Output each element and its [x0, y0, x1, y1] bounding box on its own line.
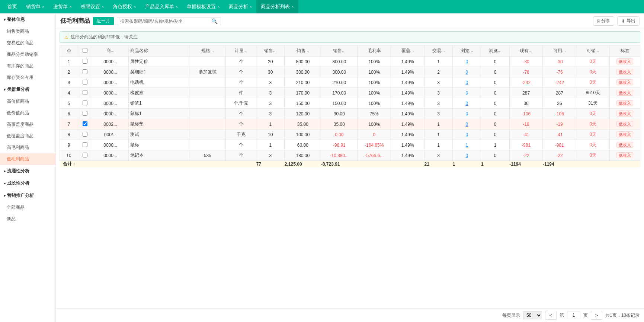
row-number: 7	[60, 119, 78, 130]
search-input[interactable]	[120, 19, 211, 24]
row-checkbox-cell[interactable]	[78, 98, 92, 109]
row-product-code: 0000...	[92, 109, 129, 119]
row-checkbox-cell[interactable]	[78, 130, 92, 140]
row-checkbox[interactable]	[83, 101, 87, 105]
nav-home[interactable]: 首页	[3, 0, 22, 13]
col-tag[interactable]: 标签	[610, 45, 640, 57]
col-saleable-days[interactable]: 可销...	[576, 45, 610, 57]
row-view1[interactable]: 0	[453, 77, 481, 88]
sidebar-item-high-coverage[interactable]: 高覆盖度商品	[0, 119, 55, 130]
row-checkbox-cell[interactable]	[78, 77, 92, 88]
row-checkbox[interactable]	[83, 111, 87, 116]
col-gross-rate[interactable]: 毛利率	[358, 45, 391, 57]
row-view2: 0	[481, 119, 509, 130]
col-current-stock[interactable]: 现有...	[509, 45, 543, 57]
sidebar-item-sales-products[interactable]: 销售类商品	[0, 26, 55, 37]
row-number: 9	[60, 140, 78, 150]
sidebar-item-low-value[interactable]: 低价值商品	[0, 107, 55, 119]
row-cover-rate: 1.49%	[391, 150, 424, 161]
row-checkbox-cell[interactable]	[78, 67, 92, 77]
row-checkbox[interactable]	[83, 59, 87, 64]
col-product-code[interactable]: 商...	[92, 45, 129, 57]
sidebar-group-overall[interactable]: ▾ 整体信息	[0, 13, 55, 26]
row-checkbox[interactable]	[83, 90, 87, 95]
footer-sale-price: 2,125.00	[285, 161, 321, 168]
row-view1[interactable]: 0	[453, 109, 481, 119]
row-view1[interactable]: 1	[453, 140, 481, 150]
nav-sales-order[interactable]: 销货单 ×	[22, 0, 49, 13]
sidebar-item-new-products[interactable]: 新品	[0, 213, 55, 225]
sidebar-group-cluster[interactable]: ▾ 类群量分析	[0, 83, 55, 96]
row-sale-amt: -10,380...	[321, 150, 358, 161]
row-current-stock: -41	[509, 130, 543, 140]
row-checkbox[interactable]	[83, 142, 87, 147]
col-product-name[interactable]: 商品名称	[129, 45, 189, 57]
sidebar-group-circulation[interactable]: ▸ 流通性分析	[0, 165, 55, 177]
col-trade[interactable]: 交易...	[424, 45, 453, 57]
row-view1[interactable]: 0	[453, 119, 481, 130]
search-icon[interactable]: 🔍	[211, 18, 218, 24]
sidebar-group-marketing[interactable]: ▾ 营销推广分析	[0, 189, 55, 202]
prev-page-button[interactable]: ＜	[545, 311, 557, 320]
col-settings[interactable]: ⚙	[60, 45, 78, 57]
table-row: 4 0000... 橡皮擦 件 3 170.00 170.00 100% 1.4…	[60, 88, 640, 98]
row-number: 10	[60, 150, 78, 161]
row-view1[interactable]: 0	[453, 57, 481, 67]
sidebar-item-category-sales-rate[interactable]: 商品分类助销率	[0, 49, 55, 60]
nav-product-analysis-list[interactable]: 商品分析列表 ×	[256, 0, 298, 13]
col-unit[interactable]: 计量...	[226, 45, 256, 57]
row-checkbox-cell[interactable]	[78, 88, 92, 98]
nav-product-entry[interactable]: 产品品入库单 ×	[141, 0, 182, 13]
export-button[interactable]: ⬇ 导出	[617, 16, 640, 26]
sidebar-item-in-stock[interactable]: 有库存的商品	[0, 60, 55, 72]
share-button[interactable]: ⎘ 分享	[593, 16, 614, 26]
period-button[interactable]: 近一月	[93, 17, 114, 25]
sidebar-item-high-gross[interactable]: 高毛利商品	[0, 142, 55, 153]
row-checkbox[interactable]	[83, 69, 87, 74]
col-sale-amt[interactable]: 销售...	[321, 45, 358, 57]
row-sale-price: 800.00	[285, 57, 321, 67]
sidebar-group-growth[interactable]: ▸ 成长性分析	[0, 177, 55, 189]
row-checkbox-cell[interactable]	[78, 150, 92, 161]
sidebar-item-traded-products[interactable]: 交易过的商品	[0, 37, 55, 49]
select-all-checkbox[interactable]	[83, 48, 87, 53]
col-sale-qty[interactable]: 销售...	[256, 45, 285, 57]
row-checkbox[interactable]	[83, 132, 87, 137]
page-number-input[interactable]	[567, 312, 580, 319]
nav-template-settings[interactable]: 单据模板设置 ×	[182, 0, 224, 13]
sidebar-item-high-value[interactable]: 高价值商品	[0, 96, 55, 107]
row-current-stock: 36	[509, 98, 543, 109]
row-view1[interactable]: 0	[453, 150, 481, 161]
row-product-name: 吴细细1	[129, 67, 189, 77]
sidebar-item-inventory-capital[interactable]: 库存资金占用	[0, 72, 55, 83]
sidebar-item-all-products[interactable]: 全部商品	[0, 202, 55, 213]
row-view1[interactable]: 0	[453, 88, 481, 98]
row-view1[interactable]: 0	[453, 130, 481, 140]
col-view1[interactable]: 浏览...	[453, 45, 481, 57]
row-trade: 1	[424, 57, 453, 67]
nav-purchase-order[interactable]: 进货单 ×	[49, 0, 76, 13]
nav-permissions[interactable]: 权限设置 ×	[76, 0, 108, 13]
col-cover-rate[interactable]: 覆盖...	[391, 45, 424, 57]
row-checkbox-cell[interactable]	[78, 140, 92, 150]
row-view1[interactable]: 0	[453, 67, 481, 77]
col-checkbox-all[interactable]	[78, 45, 92, 57]
row-checkbox-cell[interactable]	[78, 109, 92, 119]
per-page-select[interactable]: 50 100 200	[523, 311, 542, 319]
sidebar-item-low-gross[interactable]: 低毛利商品	[0, 153, 55, 165]
nav-product-analysis[interactable]: 商品分析 ×	[224, 0, 256, 13]
row-checkbox[interactable]	[83, 121, 87, 126]
col-view2[interactable]: 浏览...	[481, 45, 509, 57]
row-checkbox[interactable]	[83, 153, 87, 157]
sidebar-item-low-coverage[interactable]: 低覆盖度商品	[0, 130, 55, 142]
col-avail-stock[interactable]: 可用...	[543, 45, 576, 57]
row-checkbox-cell[interactable]	[78, 119, 92, 130]
row-cover-rate: 1.49%	[391, 57, 424, 67]
col-spec[interactable]: 规格...	[189, 45, 226, 57]
row-view1[interactable]: 0	[453, 98, 481, 109]
col-sale-price[interactable]: 销售...	[285, 45, 321, 57]
nav-role-auth[interactable]: 角色授权 ×	[108, 0, 140, 13]
row-checkbox-cell[interactable]	[78, 57, 92, 67]
next-page-button[interactable]: ＞	[591, 311, 602, 320]
row-checkbox[interactable]	[83, 80, 87, 85]
